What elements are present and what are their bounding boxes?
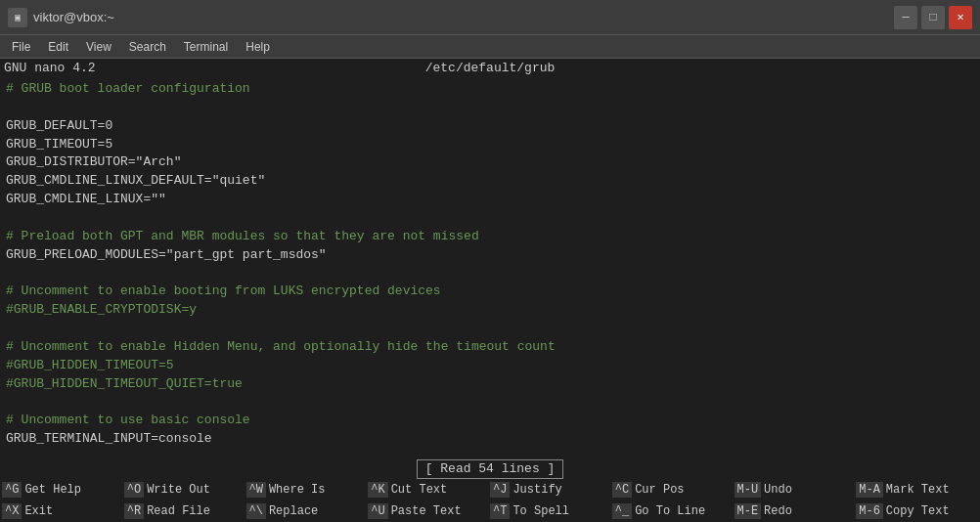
maximize-button[interactable]: □ [921, 6, 945, 29]
menu-item-terminal[interactable]: Terminal [176, 38, 236, 56]
window-title: viktor@vbox:~ [33, 10, 114, 24]
shortcut-key: M-U [735, 482, 762, 499]
shortcut-label: Cur Pos [635, 482, 684, 499]
nano-filename: /etc/default/grub [247, 60, 734, 77]
shortcut-key: ^_ [612, 503, 632, 520]
shortcut-key: ^X [2, 503, 22, 520]
shortcut-item[interactable]: ^OWrite Out [124, 482, 246, 499]
editor-line: GRUB_PRELOAD_MODULES="part_gpt part_msdo… [6, 247, 327, 262]
editor-line: #GRUB_ENABLE_CRYPTODISK=y [6, 302, 197, 317]
shortcut-label: Undo [764, 482, 792, 499]
shortcut-label: Justify [512, 482, 561, 499]
shortcut-bar-2: ^XExit^RRead File^\Replace^UPaste Text^T… [0, 500, 980, 522]
shortcut-key: ^T [490, 503, 510, 520]
shortcut-label: Copy Text [886, 503, 950, 520]
statusbar: [ Read 54 lines ] [0, 459, 980, 479]
shortcut-item[interactable]: M-6Copy Text [856, 503, 978, 520]
editor-line: GRUB_DISTRIBUTOR="Arch" [6, 154, 181, 169]
shortcut-item[interactable]: M-UUndo [735, 482, 857, 499]
shortcut-item[interactable]: ^GGet Help [2, 482, 124, 499]
editor-line: GRUB_TIMEOUT=5 [6, 137, 112, 152]
shortcut-item[interactable]: M-AMark Text [856, 482, 978, 499]
menu-item-edit[interactable]: Edit [40, 38, 76, 56]
shortcut-item[interactable]: ^UPaste Text [368, 503, 490, 520]
shortcut-item[interactable]: ^WWhere Is [246, 482, 369, 499]
menu-item-help[interactable]: Help [238, 38, 278, 56]
terminal: GNU nano 4.2 /etc/default/grub # GRUB bo… [0, 59, 980, 522]
editor-line: # GRUB boot loader configuration [6, 81, 250, 96]
shortcut-key: ^R [124, 503, 144, 520]
shortcut-label: Paste Text [391, 503, 462, 520]
menubar: FileEditViewSearchTerminalHelp [0, 35, 980, 59]
shortcut-key: M-6 [856, 503, 883, 520]
menu-item-search[interactable]: Search [121, 38, 174, 56]
editor-line: GRUB_CMDLINE_LINUX="" [6, 192, 166, 206]
editor-line: GRUB_TERMINAL_INPUT=console [6, 431, 212, 446]
shortcut-key: ^W [246, 482, 266, 499]
shortcut-key: ^C [612, 482, 632, 499]
shortcut-item[interactable]: ^JJustify [490, 482, 612, 499]
shortcut-label: Exit [24, 503, 53, 520]
shortcut-key: ^\ [246, 503, 266, 520]
shortcut-key: ^K [368, 482, 387, 499]
shortcut-item[interactable]: ^XExit [2, 503, 124, 520]
shortcut-item[interactable]: ^CCur Pos [612, 482, 735, 499]
shortcut-label: Replace [269, 503, 318, 520]
app-icon: ▣ [8, 8, 27, 27]
shortcut-key: ^U [368, 503, 387, 520]
close-button[interactable]: ✕ [949, 6, 972, 29]
shortcut-item[interactable]: ^KCut Text [368, 482, 490, 499]
shortcut-item[interactable]: ^\Replace [246, 503, 369, 520]
shortcut-item[interactable]: ^TTo Spell [490, 503, 612, 520]
shortcut-key: ^O [124, 482, 144, 499]
menu-item-view[interactable]: View [78, 38, 119, 56]
nano-topbar: GNU nano 4.2 /etc/default/grub [0, 59, 980, 78]
shortcut-label: Go To Line [635, 503, 705, 520]
editor-line: # Uncomment to enable Hidden Menu, and o… [6, 339, 556, 354]
shortcut-label: Get Help [24, 482, 81, 499]
titlebar: ▣ viktor@vbox:~ — □ ✕ [0, 0, 980, 35]
shortcut-key: M-A [856, 482, 883, 499]
shortcut-label: Write Out [147, 482, 210, 499]
editor-line: #GRUB_HIDDEN_TIMEOUT_QUIET=true [6, 376, 243, 391]
shortcut-label: Cut Text [391, 482, 448, 499]
editor-line: # Uncomment to use basic console [6, 413, 250, 427]
titlebar-left: ▣ viktor@vbox:~ [8, 8, 114, 27]
editor-line: GRUB_CMDLINE_LINUX_DEFAULT="quiet" [6, 173, 265, 188]
shortcut-label: Redo [764, 503, 792, 520]
editor-line: #GRUB_HIDDEN_TIMEOUT=5 [6, 358, 174, 372]
menu-item-file[interactable]: File [4, 38, 38, 56]
editor-line: # Preload both GPT and MBR modules so th… [6, 229, 479, 243]
shortcut-item[interactable]: ^RRead File [124, 503, 246, 520]
shortcut-label: To Spell [512, 503, 569, 520]
nano-version-label: GNU nano 4.2 [4, 60, 247, 77]
status-message: [ Read 54 lines ] [417, 459, 564, 479]
shortcut-item[interactable]: M-ERedo [735, 503, 857, 520]
shortcut-key: M-E [735, 503, 762, 520]
shortcut-key: ^J [490, 482, 510, 499]
editor-area[interactable]: # GRUB boot loader configuration GRUB_DE… [0, 78, 980, 459]
shortcut-label: Read File [147, 503, 210, 520]
shortcut-bar-1: ^GGet Help^OWrite Out^WWhere Is^KCut Tex… [0, 479, 980, 500]
titlebar-controls: — □ ✕ [894, 6, 972, 29]
shortcut-item[interactable]: ^_Go To Line [612, 503, 735, 520]
shortcut-label: Mark Text [886, 482, 950, 499]
shortcut-label: Where Is [269, 482, 326, 499]
editor-line: GRUB_DEFAULT=0 [6, 118, 112, 133]
minimize-button[interactable]: — [894, 6, 917, 29]
editor-line: # Uncomment to enable booting from LUKS … [6, 283, 441, 298]
shortcut-key: ^G [2, 482, 22, 499]
